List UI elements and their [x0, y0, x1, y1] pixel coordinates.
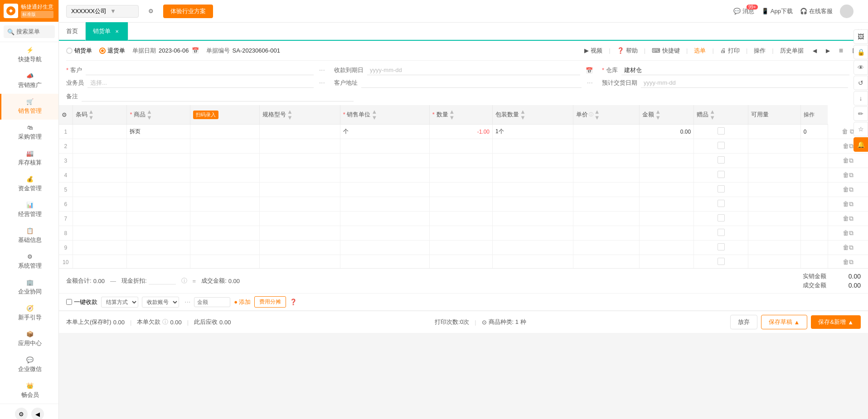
sidebar-item-system[interactable]: ⚙ 系统管理: [0, 249, 58, 275]
delete-row-btn[interactable]: 🗑: [843, 244, 849, 251]
copy-row-btn[interactable]: ⧉: [849, 258, 853, 265]
ops-tool-btn[interactable]: 操作: [751, 46, 768, 56]
discount-input[interactable]: [149, 277, 176, 284]
float-lock-btn[interactable]: 🔒: [853, 45, 868, 59]
shortcut-tool-btn[interactable]: ⌨ 快捷键: [649, 46, 683, 56]
delete-row-btn[interactable]: 🗑: [843, 258, 849, 265]
sidebar-item-apps[interactable]: 📦 应用中心: [0, 326, 58, 352]
sidebar-item-enterprise[interactable]: 🏢 企业协同: [0, 275, 58, 300]
payment-check-item[interactable]: 一键收款: [66, 298, 97, 306]
fee-help-icon[interactable]: ❓: [290, 299, 297, 305]
calc-method-select[interactable]: 结算方式: [101, 297, 138, 308]
float-refresh-btn[interactable]: ↺: [853, 76, 868, 90]
warehouse-input[interactable]: [621, 65, 849, 75]
sidebar-item-quick-nav[interactable]: ⚡ 快捷导航: [0, 42, 58, 68]
tab-sales-order[interactable]: 销货单 ✕: [86, 22, 128, 40]
online-service-button[interactable]: 🎧 在线客服: [800, 7, 833, 15]
barcode-cell[interactable]: [73, 125, 127, 139]
float-download-btn[interactable]: ↓: [853, 91, 868, 106]
company-selector[interactable]: XXXXXX公司 ▼: [66, 5, 139, 18]
gift-checkbox[interactable]: [718, 156, 725, 164]
experience-btn[interactable]: 体验行业方案: [163, 5, 213, 18]
delete-row-btn[interactable]: 🗑: [843, 215, 849, 222]
unit-cell[interactable]: 个: [340, 125, 429, 139]
th-scan[interactable]: 扫码录入: [190, 105, 260, 125]
sidebar-item-wechat[interactable]: 💬 企业微信: [0, 352, 58, 378]
copy-row-btn[interactable]: ⧉: [849, 142, 853, 149]
copy-row-btn[interactable]: ⧉: [849, 157, 853, 164]
account-dots-btn[interactable]: ···: [184, 298, 190, 306]
customer-input[interactable]: [86, 65, 314, 75]
gift-checkbox[interactable]: [718, 142, 725, 149]
radio-return-order[interactable]: 退货单: [99, 47, 125, 55]
list-view-btn[interactable]: ≡: [836, 46, 846, 56]
copy-row-btn[interactable]: ⧉: [849, 171, 853, 178]
gift-checkbox[interactable]: [718, 229, 725, 236]
fee-split-btn[interactable]: 费用分摊: [254, 296, 286, 308]
gift-cell[interactable]: [694, 125, 748, 139]
sidebar-item-finance[interactable]: 💰 资金管理: [0, 171, 58, 197]
expected-date-input[interactable]: [641, 78, 848, 88]
remark-input[interactable]: [82, 92, 354, 101]
delete-row-btn[interactable]: 🗑: [843, 229, 849, 236]
float-edit-btn[interactable]: ✏: [853, 106, 868, 121]
copy-row-btn[interactable]: ⧉: [849, 229, 853, 236]
user-avatar[interactable]: [840, 5, 853, 18]
price-cell[interactable]: [573, 125, 640, 139]
qty-cell[interactable]: -1.00: [429, 125, 492, 139]
float-star-btn[interactable]: ☆: [853, 122, 868, 136]
float-image-btn[interactable]: 🖼: [853, 29, 868, 44]
gift-checkbox[interactable]: [718, 214, 725, 222]
sidebar-item-sales[interactable]: 🛒 销售管理: [0, 94, 58, 120]
discard-button[interactable]: 放弃: [730, 315, 757, 329]
tab-close-icon[interactable]: ✕: [113, 28, 121, 35]
sidebar-item-member[interactable]: 👑 畅会员: [0, 378, 58, 404]
account-select[interactable]: 收款账号: [142, 297, 179, 308]
delete-row-btn[interactable]: 🗑: [843, 171, 849, 178]
radio-sales-order[interactable]: 销货单: [66, 47, 92, 55]
add-payment-btn[interactable]: ● 添加: [234, 298, 251, 306]
delete-row-btn[interactable]: 🗑: [842, 128, 848, 135]
copy-row-btn[interactable]: ⧉: [849, 186, 853, 193]
sidebar-item-operation[interactable]: 📊 经营管理: [0, 197, 58, 223]
sidebar-item-marketing[interactable]: 📣 营销推广: [0, 68, 58, 94]
customer-address-input[interactable]: [361, 78, 582, 88]
gift-checkbox[interactable]: [718, 243, 725, 250]
delete-row-btn[interactable]: 🗑: [843, 157, 849, 164]
search-menu-button[interactable]: 🔍 搜索菜单: [4, 25, 55, 38]
product-cell[interactable]: 拆页: [127, 125, 190, 139]
help-tool-btn[interactable]: ❓ 帮助: [614, 46, 640, 56]
payment-checkbox[interactable]: [66, 299, 72, 305]
salesperson-dots-btn[interactable]: ···: [319, 79, 325, 87]
prev-tool-btn[interactable]: ◀: [810, 47, 820, 55]
save-new-button[interactable]: 保存&新增 ▲: [811, 315, 861, 329]
select-tool-btn[interactable]: 选单: [691, 46, 708, 56]
payment-amount-input[interactable]: [194, 297, 230, 307]
copy-row-btn[interactable]: ⧉: [849, 244, 853, 251]
topbar-gear-button[interactable]: ⚙: [144, 5, 158, 18]
th-settings[interactable]: ⚙: [59, 105, 73, 125]
spec-cell[interactable]: [260, 125, 340, 139]
pkg-qty-cell[interactable]: 1个: [493, 125, 573, 139]
due-date-input[interactable]: [367, 65, 580, 75]
calendar-icon[interactable]: 📅: [192, 47, 199, 54]
save-draft-button[interactable]: 保存草稿 ▲: [761, 315, 808, 329]
info-icon[interactable]: ⓘ: [181, 277, 187, 285]
info-icon2[interactable]: ⓘ: [162, 318, 168, 326]
sidebar-item-basic[interactable]: 📋 基础信息: [0, 223, 58, 249]
app-download-button[interactable]: 📱 App下载: [761, 7, 793, 15]
sidebar-item-guide[interactable]: 🧭 新手引导: [0, 300, 58, 326]
sidebar-collapse-button[interactable]: ◀: [31, 408, 44, 419]
sidebar-item-purchase[interactable]: 🛍 采购管理: [0, 120, 58, 145]
sidebar-item-inventory[interactable]: 🏭 库存核算: [0, 145, 58, 171]
delete-row-btn[interactable]: 🗑: [843, 200, 849, 207]
amount-cell[interactable]: 0.00: [640, 125, 694, 139]
print-tool-btn[interactable]: 🖨 打印: [718, 46, 742, 56]
salesperson-input[interactable]: [87, 78, 314, 88]
due-date-calendar-icon[interactable]: 📅: [586, 67, 593, 74]
address-dots-btn[interactable]: ···: [587, 79, 593, 87]
gift-checkbox[interactable]: [718, 200, 725, 207]
sidebar-settings-button[interactable]: ⚙: [15, 408, 28, 419]
delete-row-btn[interactable]: 🗑: [843, 142, 849, 149]
customer-dots-btn[interactable]: ···: [319, 66, 325, 74]
